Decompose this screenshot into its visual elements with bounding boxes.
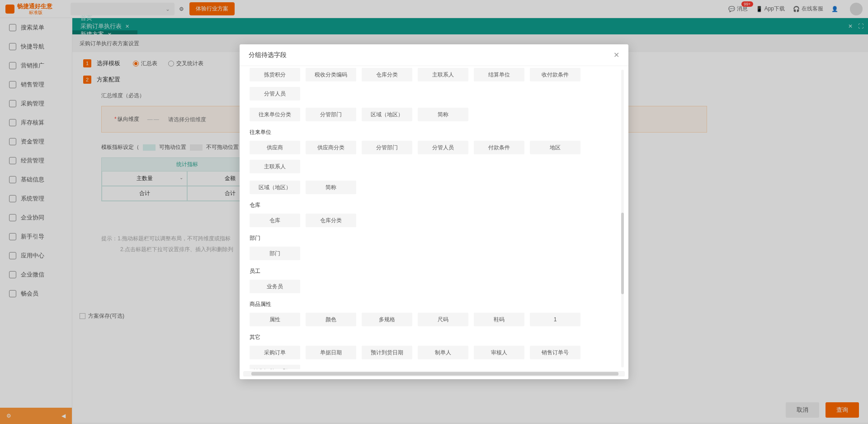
- field-chip[interactable]: 鞋码: [474, 313, 524, 326]
- modal-scroll-area[interactable]: 拣货积分税收分类编码仓库分类主联系人结算单位收付款条件分管人员往来单位分类分管部…: [250, 68, 620, 369]
- horizontal-scrollbar[interactable]: [243, 371, 625, 376]
- field-chip[interactable]: 税收分类编码: [306, 68, 356, 81]
- field-chip[interactable]: 往来单位分类: [250, 108, 300, 121]
- field-chip[interactable]: 多规格: [362, 313, 412, 326]
- field-chip[interactable]: 1: [530, 313, 580, 326]
- field-chip[interactable]: 业务员: [250, 280, 300, 293]
- field-chip[interactable]: 供应商分类: [306, 141, 356, 154]
- field-chip[interactable]: 分管人员: [418, 141, 468, 154]
- field-chip[interactable]: 属性: [250, 313, 300, 326]
- field-chip[interactable]: 分管部门: [306, 108, 356, 121]
- group-title: 商品属性: [250, 300, 616, 308]
- field-chip[interactable]: 仓库分类: [362, 68, 412, 81]
- field-chip[interactable]: 尺码: [418, 313, 468, 326]
- group-title: 仓库: [250, 201, 616, 209]
- field-chip[interactable]: 拣货积分: [250, 68, 300, 81]
- field-chip[interactable]: 仓库分类: [306, 214, 356, 227]
- modal-title: 分组待选字段: [249, 51, 287, 59]
- field-chip[interactable]: 分管人员: [250, 87, 300, 100]
- field-chip[interactable]: 仓库: [250, 214, 300, 227]
- group-title: 往来单位: [250, 129, 616, 136]
- field-chip[interactable]: 主联系人: [418, 68, 468, 81]
- field-chip[interactable]: 颜色: [306, 313, 356, 326]
- field-chip[interactable]: 采购订单: [250, 346, 300, 359]
- field-chip[interactable]: 预计到货日期: [362, 346, 412, 359]
- field-chip[interactable]: 简称: [306, 181, 356, 194]
- field-chip[interactable]: 付款条件: [474, 141, 524, 154]
- field-chip[interactable]: 地区: [530, 141, 580, 154]
- field-chip[interactable]: 主联系人: [250, 160, 300, 173]
- field-chip[interactable]: 区域（地区）: [362, 108, 412, 121]
- field-chip[interactable]: 单据日期: [306, 346, 356, 359]
- group-title: 员工: [250, 267, 616, 275]
- field-chip[interactable]: 部门: [250, 247, 300, 260]
- field-chip[interactable]: 分管部门: [362, 141, 412, 154]
- field-chip[interactable]: 收付款条件: [530, 68, 580, 81]
- field-chip[interactable]: 销售订单号: [530, 346, 580, 359]
- group-title: 部门: [250, 234, 616, 242]
- field-chip[interactable]: 审核人: [474, 346, 524, 359]
- vertical-scrollbar[interactable]: [621, 70, 624, 367]
- group-title: 其它: [250, 333, 616, 341]
- field-chip[interactable]: 结算单位: [474, 68, 524, 81]
- field-chip[interactable]: 区域（地区）: [250, 181, 300, 194]
- group-fields-modal: 分组待选字段 ✕ 拣货积分税收分类编码仓库分类主联系人结算单位收付款条件分管人员…: [240, 44, 628, 379]
- field-chip[interactable]: 简称: [418, 108, 468, 121]
- field-chip[interactable]: 销售订单（明细）: [250, 365, 300, 369]
- field-chip[interactable]: 供应商: [250, 141, 300, 154]
- close-icon[interactable]: ✕: [613, 51, 619, 59]
- field-chip[interactable]: 制单人: [418, 346, 468, 359]
